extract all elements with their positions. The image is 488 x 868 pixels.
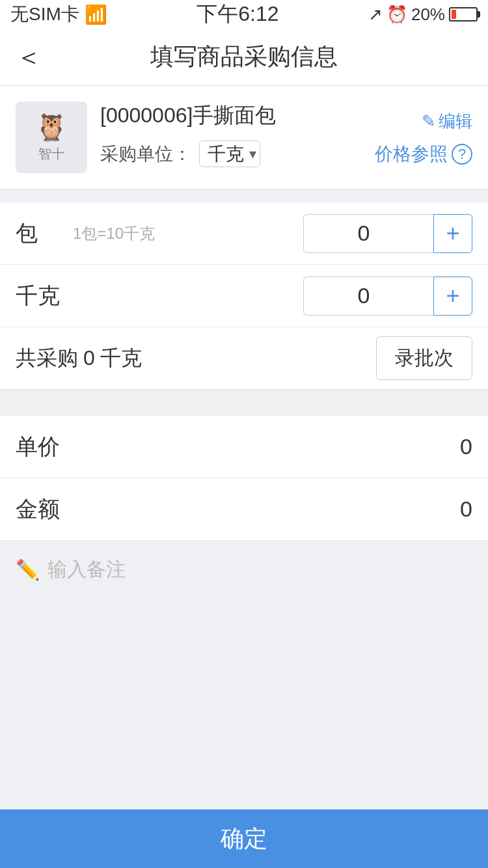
amount-label: 金额 xyxy=(16,495,60,524)
status-time: 下午6:12 xyxy=(197,0,278,29)
status-left: 无SIM卡 📶 xyxy=(10,2,107,27)
amount-row: 金额 0 xyxy=(0,478,488,541)
brand-text: 智十 xyxy=(38,145,64,163)
unit-select[interactable]: 千克 xyxy=(199,141,260,167)
record-batch-button[interactable]: 录批次 xyxy=(376,336,472,380)
total-row: 共采购 0 千克 录批次 xyxy=(0,327,488,390)
product-card: 🦉 智十 [0000006]手撕面包 ✎ 编辑 采购单位： 千克 价格参照 ? xyxy=(0,86,488,189)
unit-price-row: 单价 0 xyxy=(0,416,488,478)
page-title: 填写商品采购信息 xyxy=(150,41,338,73)
bag-label: 包 xyxy=(16,219,68,249)
status-bar: 无SIM卡 📶 下午6:12 ↗ ⏰ 20% xyxy=(0,0,488,29)
product-owl-icon: 🦉 xyxy=(35,112,68,142)
total-unit: 千克 xyxy=(100,344,142,373)
price-section: 单价 0 金额 0 xyxy=(0,416,488,541)
kg-input-right: + xyxy=(303,277,472,316)
unit-label-text: 采购单位： xyxy=(100,142,191,167)
price-ref-label: 价格参照 xyxy=(375,142,448,167)
unit-price-value: 0 xyxy=(460,434,472,459)
bag-quantity-input[interactable] xyxy=(303,214,433,253)
battery-icon xyxy=(449,7,478,21)
content-fill xyxy=(0,599,488,820)
unit-price-label: 单价 xyxy=(16,432,60,462)
input-section: 包 1包=10千克 + 千克 + xyxy=(0,202,488,327)
notes-placeholder: 输入备注 xyxy=(47,556,126,583)
location-icon: ↗ xyxy=(368,5,383,25)
notes-section[interactable]: ✏️ 输入备注 xyxy=(0,541,488,599)
kg-input-row: 千克 + xyxy=(0,265,488,327)
product-name: [0000006]手撕面包 xyxy=(100,102,276,130)
section-divider-2 xyxy=(0,390,488,403)
confirm-bar[interactable]: 确定 xyxy=(0,809,488,868)
price-ref-button[interactable]: 价格参照 ? xyxy=(375,142,472,167)
bag-input-row: 包 1包=10千克 + xyxy=(0,202,488,265)
total-prefix: 共采购 xyxy=(16,344,78,373)
edit-button[interactable]: ✎ 编辑 xyxy=(422,102,472,141)
amount-value: 0 xyxy=(460,496,472,522)
alarm-icon: ⏰ xyxy=(386,5,407,25)
nav-bar: ＜ 填写商品采购信息 xyxy=(0,29,488,86)
product-info: [0000006]手撕面包 ✎ 编辑 采购单位： 千克 价格参照 ? xyxy=(100,102,472,167)
section-divider-1 xyxy=(0,189,488,202)
battery-percent: 20% xyxy=(411,5,445,25)
bag-plus-button[interactable]: + xyxy=(433,214,472,253)
total-value: 0 xyxy=(83,346,95,370)
back-button[interactable]: ＜ xyxy=(16,39,42,75)
carrier-text: 无SIM卡 xyxy=(10,2,79,27)
kg-plus-button[interactable]: + xyxy=(433,277,472,316)
kg-quantity-input[interactable] xyxy=(303,277,433,316)
kg-label: 千克 xyxy=(16,281,68,311)
wifi-icon: 📶 xyxy=(85,4,107,25)
unit-select-wrap[interactable]: 千克 xyxy=(199,141,260,167)
edit-label: 编辑 xyxy=(439,110,472,133)
product-thumbnail: 🦉 智十 xyxy=(16,102,87,173)
status-right: ↗ ⏰ 20% xyxy=(368,5,478,25)
bag-sub-label: 1包=10千克 xyxy=(73,223,155,244)
pencil-icon: ✏️ xyxy=(16,558,40,581)
price-ref-question-icon: ? xyxy=(452,144,472,165)
confirm-label: 确定 xyxy=(221,823,267,855)
bag-input-right: + xyxy=(303,214,472,253)
edit-icon: ✎ xyxy=(422,111,436,131)
